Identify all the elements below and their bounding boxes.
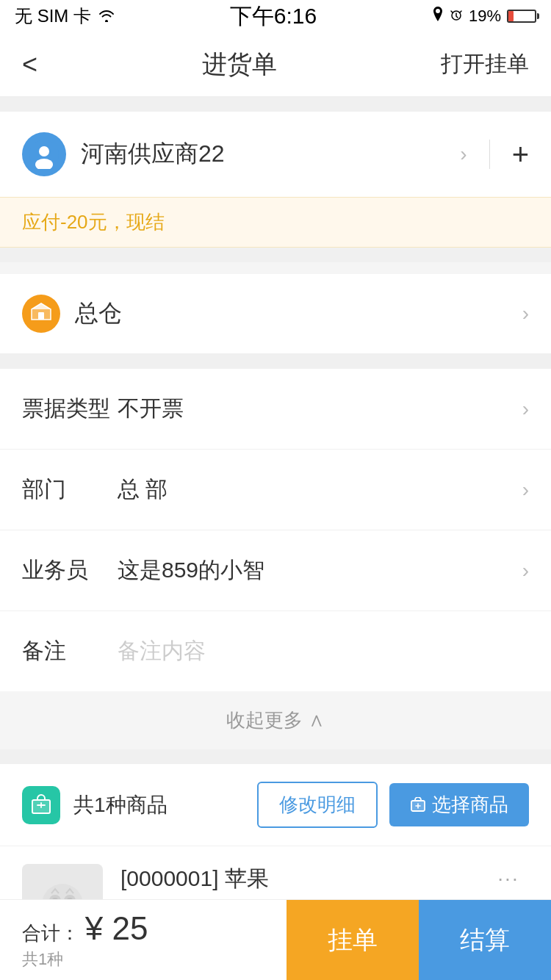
status-left: 无 SIM 卡 — [15, 4, 115, 28]
divider-1 — [0, 248, 551, 262]
total-sub: 共1种 — [22, 948, 264, 970]
warehouse-name: 总仓 — [75, 298, 522, 330]
department-value: 总 部 — [118, 475, 522, 505]
collapse-label: 收起更多 ∧ — [226, 707, 324, 733]
product-more-button[interactable]: ··· — [488, 864, 529, 893]
warehouse-icon — [22, 295, 60, 333]
sales-chevron-icon: › — [522, 559, 529, 583]
total-area: 合计： ¥ 25 共1种 — [0, 900, 287, 980]
location-icon — [432, 7, 444, 26]
products-header: 共1种商品 修改明细 选择商品 — [0, 764, 551, 846]
page-title: 进货单 — [202, 48, 277, 82]
hang-label: 挂单 — [328, 923, 378, 957]
supplier-alert: 应付-20元，现结 — [0, 197, 551, 248]
add-supplier-button[interactable]: + — [497, 138, 529, 171]
back-button[interactable]: < — [22, 49, 37, 80]
ticket-type-label: 票据类型 — [22, 394, 118, 424]
divider-2 — [0, 353, 551, 368]
fields-section: 票据类型 不开票 › 部门 总 部 › 业务员 这是859的小智 › 备注 备注… — [0, 368, 551, 691]
ticket-type-value: 不开票 — [118, 394, 522, 424]
supplier-name: 河南供应商22 — [81, 138, 460, 170]
supplier-avatar — [22, 132, 66, 176]
product-code: [0000001] — [120, 866, 218, 890]
supplier-row[interactable]: 河南供应商22 › + — [0, 112, 551, 197]
wifi-icon — [98, 6, 115, 26]
edit-detail-button[interactable]: 修改明细 — [257, 782, 378, 828]
checkout-button[interactable]: 结算 — [419, 900, 551, 980]
collapse-button[interactable]: 收起更多 ∧ — [0, 691, 551, 749]
top-divider — [0, 97, 551, 112]
sales-label: 业务员 — [22, 555, 118, 586]
select-product-label: 选择商品 — [432, 792, 508, 818]
battery-icon — [507, 10, 536, 23]
sales-value: 这是859的小智 — [118, 555, 522, 586]
svg-rect-4 — [38, 312, 44, 320]
carrier-text: 无 SIM 卡 — [15, 4, 91, 28]
department-label: 部门 — [22, 475, 118, 505]
remark-input[interactable]: 备注内容 — [118, 636, 529, 666]
svg-point-2 — [39, 146, 49, 156]
warehouse-chevron-icon: › — [522, 302, 529, 325]
sales-row[interactable]: 业务员 这是859的小智 › — [0, 530, 551, 610]
department-chevron-icon: › — [522, 478, 529, 502]
select-product-button[interactable]: 选择商品 — [389, 783, 529, 826]
total-amount: ¥ 25 — [85, 910, 148, 946]
status-bar: 无 SIM 卡 下午6:16 19% — [0, 0, 551, 32]
ticket-type-row[interactable]: 票据类型 不开票 › — [0, 368, 551, 449]
ticket-type-chevron-icon: › — [522, 397, 529, 421]
alarm-icon — [450, 7, 463, 26]
product-name: [0000001] 苹果 — [120, 864, 488, 894]
bottom-bar: 合计： ¥ 25 共1种 挂单 结算 — [0, 899, 551, 980]
product-title: 苹果 — [225, 866, 269, 890]
total-row: 合计： ¥ 25 — [22, 910, 264, 947]
divider-3 — [0, 749, 551, 764]
supplier-chevron-icon: › — [460, 143, 467, 166]
hang-button[interactable]: 挂单 — [287, 900, 419, 980]
supplier-section: 河南供应商22 › + 应付-20元，现结 — [0, 112, 551, 248]
warehouse-icon-inner — [30, 302, 52, 326]
products-icon — [22, 786, 60, 824]
supplier-divider — [489, 140, 490, 169]
remark-label: 备注 — [22, 636, 118, 666]
department-row[interactable]: 部门 总 部 › — [0, 449, 551, 530]
more-dots-icon: ··· — [497, 867, 519, 890]
total-label: 合计： — [22, 922, 79, 944]
warehouse-row[interactable]: 总仓 › — [0, 274, 551, 353]
checkout-label: 结算 — [460, 923, 510, 957]
status-time: 下午6:16 — [230, 1, 317, 32]
nav-bar: < 进货单 打开挂单 — [0, 32, 551, 97]
remark-row[interactable]: 备注 备注内容 — [0, 610, 551, 691]
products-count: 共1种商品 — [73, 791, 257, 819]
status-right: 19% — [432, 7, 536, 26]
battery-percent: 19% — [469, 7, 501, 26]
warehouse-section: 总仓 › — [0, 274, 551, 353]
open-hang-button[interactable]: 打开挂单 — [441, 49, 529, 79]
